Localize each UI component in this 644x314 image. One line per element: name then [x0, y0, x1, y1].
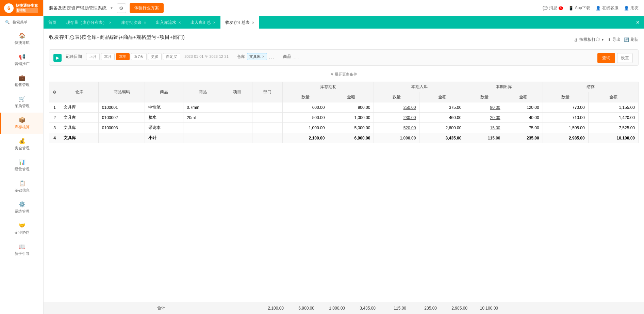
- sidebar-item-marketing[interactable]: 📢 营销推广: [0, 49, 43, 70]
- sidebar-item-purchase[interactable]: 🛒 采购管理: [0, 92, 43, 113]
- tab-close-icon[interactable]: ✕: [178, 21, 181, 24]
- export-button[interactable]: ⬆ 导出: [608, 37, 621, 43]
- search-menu-item[interactable]: 🔍 搜索菜单: [0, 16, 43, 28]
- app-download-item[interactable]: 📱 App下载: [568, 5, 590, 11]
- page-title: 收发存汇总表(按仓库+商品编码+商品+规格型号+项目+部门): [49, 34, 185, 40]
- row-in-qty[interactable]: 520.00: [374, 123, 419, 133]
- close-all-tabs[interactable]: ✕: [632, 20, 644, 25]
- sidebar-logo: 6 畅捷通好生意 标准版: [0, 0, 43, 16]
- user-avatar: 👤: [624, 6, 629, 11]
- message-item[interactable]: 💬 消息 6: [543, 5, 563, 11]
- goods-label: 商品: [283, 54, 291, 60]
- date-btn-7days[interactable]: 近7天: [131, 53, 147, 60]
- row-code: [98, 133, 145, 143]
- footer-name: 合计: [144, 305, 178, 311]
- row-in-qty[interactable]: 250.00: [374, 102, 419, 113]
- th-warehouse: 仓库: [60, 82, 99, 102]
- goods-dots[interactable]: ...: [293, 54, 299, 60]
- tab-home[interactable]: 首页: [44, 16, 61, 29]
- row-out-qty[interactable]: 15.00: [465, 123, 504, 133]
- refresh-button[interactable]: 🔄 刷新: [624, 37, 639, 43]
- row-out-amt: 120.00: [504, 102, 543, 113]
- sales-icon: 💼: [19, 75, 26, 81]
- th-out-amt: 金额: [504, 92, 543, 102]
- row-open-qty: 500.00: [283, 113, 328, 123]
- table-row: 2: [49, 113, 60, 123]
- topbar-left: 装备及固定资产辅助管理系统 ▼ ⚙ 体验行业方案: [49, 3, 164, 13]
- table-row: 3: [49, 123, 60, 133]
- warehouse-filter: 仓库 文具库 ✕ ...: [237, 53, 275, 60]
- trial-button[interactable]: 体验行业方案: [130, 3, 164, 13]
- tab-close-icon[interactable]: ✕: [109, 21, 112, 24]
- print-button[interactable]: 🖨 按模板打印 ▼: [574, 37, 604, 43]
- row-bal-qty: 770.00: [543, 102, 588, 113]
- row-out-qty[interactable]: 20.00: [465, 113, 504, 123]
- row-bal-amt: 1,420.00: [588, 113, 638, 123]
- user-name: 用友: [630, 5, 639, 11]
- sidebar-item-base-info[interactable]: 📋 基础信息: [0, 176, 43, 197]
- tab-batch[interactable]: 库存批次账 ✕: [116, 16, 151, 29]
- tab-home-label: 首页: [48, 20, 56, 26]
- tab-close-icon[interactable]: ✕: [252, 21, 254, 24]
- sidebar-item-sales[interactable]: 💼 销售管理: [0, 70, 43, 92]
- tab-flow[interactable]: 出入库流水 ✕: [151, 16, 186, 29]
- tab-batch-label: 库存批次账: [121, 20, 142, 26]
- sidebar: 6 畅捷通好生意 标准版 🔍 搜索菜单 🏠 快捷导航 📢 营销推广 💼 销售管理…: [0, 0, 44, 314]
- footer-open-qty: 2,100.00: [253, 306, 284, 311]
- row-in-qty: 1,000.00: [374, 133, 419, 143]
- table-row: 4: [49, 133, 60, 143]
- gear-button[interactable]: ⚙: [117, 3, 126, 13]
- app-subtitle: 标准版: [16, 8, 38, 13]
- sidebar-item-system[interactable]: ⚙️ 系统管理: [0, 197, 43, 218]
- filter-toggle[interactable]: ▶: [53, 54, 62, 62]
- date-btn-custom[interactable]: 自定义: [163, 53, 180, 60]
- sidebar-item-collab[interactable]: 🤝 企业协同: [0, 218, 43, 239]
- row-in-qty[interactable]: 230.00: [374, 113, 419, 123]
- tab-inventory-dist-label: 现存量（库存分布表）: [66, 20, 107, 26]
- row-in-amt: 375.00: [419, 102, 465, 113]
- row-code: 0100002: [98, 113, 145, 123]
- tab-inventory-dist[interactable]: 现存量（库存分布表） ✕: [61, 16, 116, 29]
- tab-close-icon[interactable]: ✕: [213, 21, 216, 24]
- user-item[interactable]: 👤 用友: [624, 5, 639, 11]
- dropdown-arrow[interactable]: ▼: [110, 6, 113, 10]
- sidebar-item-shortcut[interactable]: 🏠 快捷导航: [0, 28, 43, 49]
- row-code: 0100001: [98, 102, 145, 113]
- sidebar-item-inventory[interactable]: 📦 库存核算: [0, 113, 43, 134]
- warehouse-dots[interactable]: ...: [269, 54, 275, 60]
- print-chevron-icon: ▼: [601, 38, 604, 42]
- date-btn-more[interactable]: 更多: [148, 53, 162, 60]
- warehouse-tag[interactable]: 文具库 ✕: [247, 53, 267, 60]
- query-button[interactable]: 查询: [597, 53, 615, 63]
- sidebar-item-guide[interactable]: 📖 新手引导: [0, 239, 43, 260]
- date-btn-last-month[interactable]: 上月: [86, 53, 100, 60]
- sidebar-item-finance[interactable]: 💰 资金管理: [0, 134, 43, 155]
- date-btn-this-month[interactable]: 本月: [101, 53, 115, 60]
- warehouse-tag-close-icon[interactable]: ✕: [262, 55, 265, 59]
- base-info-icon: 📋: [19, 180, 26, 186]
- row-out-qty[interactable]: 80.00: [465, 102, 504, 113]
- tab-close-icon[interactable]: ✕: [144, 21, 146, 24]
- col-settings-icon[interactable]: ⚙: [53, 90, 56, 95]
- row-warehouse: 文具库: [60, 113, 99, 123]
- row-project: [222, 113, 252, 123]
- row-bal-qty: 2,985.00: [543, 133, 588, 143]
- set-button[interactable]: 设置: [617, 53, 633, 63]
- collab-icon: 🤝: [19, 222, 26, 229]
- row-open-qty: 600.00: [283, 102, 328, 113]
- online-service-item[interactable]: 👤 在线客服: [596, 5, 618, 11]
- date-btn-this-year[interactable]: 本年: [116, 53, 130, 60]
- date-range: 2023-01-01 至 2023-12-31: [184, 54, 229, 59]
- row-project: [222, 123, 252, 133]
- th-bal-qty: 数量: [543, 92, 588, 102]
- sidebar-item-operations[interactable]: 📊 经营管理: [0, 155, 43, 176]
- service-icon: 👤: [596, 6, 601, 11]
- expand-button[interactable]: ∨ 展开更多条件: [331, 72, 357, 77]
- th-settings[interactable]: ⚙: [49, 82, 60, 102]
- print-label: 按模板打印: [579, 37, 600, 43]
- th-open-qty: 数量: [283, 92, 328, 102]
- tab-receive-send[interactable]: 收发存汇总表 ✕: [220, 16, 259, 29]
- finance-icon: 💰: [19, 138, 26, 144]
- tab-summary[interactable]: 出入库汇总 ✕: [186, 16, 220, 29]
- row-open-amt: 6,900.00: [328, 133, 374, 143]
